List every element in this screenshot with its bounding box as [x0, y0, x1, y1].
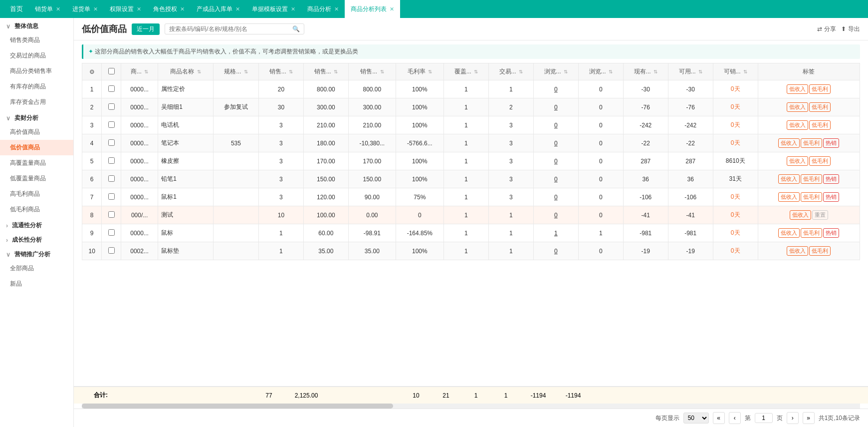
col10-link[interactable]: 0 [554, 212, 558, 219]
next-page-button[interactable]: › [787, 412, 799, 424]
collapse-growth-icon[interactable]: › [6, 237, 8, 244]
prev-page-button[interactable]: ‹ [729, 412, 741, 424]
row-checkbox[interactable] [108, 247, 115, 254]
col-coverage[interactable]: 覆盖... ⇅ [443, 63, 488, 80]
share-button[interactable]: ⇄ 分享 [817, 25, 836, 33]
cell-col10[interactable]: 0 [533, 242, 578, 260]
cell-col10[interactable]: 0 [533, 80, 578, 98]
sidebar-group-marketing[interactable]: ∨ 营销推广分析 [0, 246, 73, 261]
col10-link[interactable]: 0 [554, 158, 558, 165]
nav-product-in[interactable]: 产成品入库单 ✕ [191, 0, 246, 18]
nav-sales[interactable]: 销货单 ✕ [29, 0, 66, 18]
close-product-in[interactable]: ✕ [235, 6, 240, 12]
row-checkbox[interactable] [108, 175, 115, 182]
col10-link[interactable]: 0 [554, 86, 558, 93]
per-page-select[interactable]: 50 100 200 [683, 413, 709, 424]
cell-name[interactable]: 铅笔1 [158, 170, 214, 188]
first-page-button[interactable]: « [713, 412, 725, 424]
cell-checkbox[interactable] [102, 134, 121, 152]
col-sales3[interactable]: 销售... ⇅ [348, 63, 396, 80]
close-sales[interactable]: ✕ [56, 6, 60, 12]
sidebar-item-high-value[interactable]: 高价值商品 [0, 124, 73, 140]
row-checkbox[interactable] [108, 85, 115, 92]
cell-name[interactable]: 橡皮擦 [158, 152, 214, 170]
col-margin[interactable]: 毛利率 ⇅ [396, 63, 443, 80]
col10-link[interactable]: 0 [554, 176, 558, 183]
cell-name[interactable]: 电话机 [158, 116, 214, 134]
cell-col10[interactable]: 0 [533, 98, 578, 116]
cell-col10[interactable]: 1 [533, 224, 578, 242]
collapse-marketing-icon[interactable]: ∨ [6, 251, 10, 258]
nav-product-analysis-list[interactable]: 商品分析列表 ✕ [345, 0, 400, 18]
export-button[interactable]: ⬆ 导出 [841, 25, 860, 33]
collapse-flow-icon[interactable]: › [6, 222, 8, 229]
col-sales1[interactable]: 销售... ⇅ [258, 63, 303, 80]
cell-name[interactable]: 鼠标垫 [158, 242, 214, 260]
cell-name[interactable]: 测试 [158, 206, 214, 224]
search-input[interactable] [169, 25, 290, 32]
cell-checkbox[interactable] [102, 224, 121, 242]
search-box[interactable]: 🔍 [165, 23, 304, 34]
col10-link[interactable]: 1 [554, 230, 558, 237]
cell-col10[interactable]: 0 [533, 170, 578, 188]
col-saleable[interactable]: 可销... ⇅ [713, 63, 758, 80]
cell-checkbox[interactable] [102, 206, 121, 224]
col10-link[interactable]: 0 [554, 140, 558, 147]
cell-checkbox[interactable] [102, 188, 121, 206]
close-purchase[interactable]: ✕ [93, 6, 98, 12]
cell-checkbox[interactable] [102, 80, 121, 98]
sidebar-item-high-coverage[interactable]: 高覆盖量商品 [0, 155, 73, 171]
nav-product-analysis[interactable]: 商品分析 ✕ [301, 0, 345, 18]
cell-col10[interactable]: 0 [533, 134, 578, 152]
close-product-analysis-list[interactable]: ✕ [390, 6, 394, 12]
col-current[interactable]: 现有... ⇅ [623, 63, 668, 80]
cell-col10[interactable]: 0 [533, 116, 578, 134]
nav-template[interactable]: 单据模板设置 ✕ [246, 0, 301, 18]
cell-col10[interactable]: 0 [533, 188, 578, 206]
cell-name[interactable]: 笔记本 [158, 134, 214, 152]
cell-col10[interactable]: 0 [533, 152, 578, 170]
close-template[interactable]: ✕ [291, 6, 295, 12]
nav-role[interactable]: 角色授权 ✕ [147, 0, 191, 18]
sidebar-item-traded-goods[interactable]: 交易过的商品 [0, 48, 73, 63]
cell-checkbox[interactable] [102, 242, 121, 260]
row-checkbox[interactable] [108, 193, 115, 200]
row-checkbox[interactable] [108, 139, 115, 146]
page-number-input[interactable] [755, 413, 773, 423]
col-avail[interactable]: 可用... ⇅ [668, 63, 713, 80]
nav-purchase[interactable]: 进货单 ✕ [66, 0, 104, 18]
collapse-finance-icon[interactable]: ∨ [6, 115, 10, 122]
col-code[interactable]: 商... ⇅ [121, 63, 158, 80]
last-page-button[interactable]: » [803, 412, 815, 424]
close-permission[interactable]: ✕ [137, 6, 141, 12]
row-checkbox[interactable] [108, 211, 115, 218]
cell-checkbox[interactable] [102, 116, 121, 134]
sidebar-group-growth[interactable]: › 成长性分析 [0, 232, 73, 246]
col-name[interactable]: 商品名称 ⇅ [158, 63, 214, 80]
sidebar-item-low-value[interactable]: 低价值商品 [0, 140, 73, 155]
col-checkbox[interactable] [102, 63, 121, 80]
sidebar-item-new-goods[interactable]: 新品 [0, 276, 73, 292]
row-checkbox[interactable] [108, 103, 115, 110]
sidebar-item-low-coverage[interactable]: 低覆盖量商品 [0, 171, 73, 186]
col-trade[interactable]: 交易... ⇅ [488, 63, 533, 80]
col-view1[interactable]: 浏览... ⇅ [533, 63, 578, 80]
cell-checkbox[interactable] [102, 152, 121, 170]
nav-permission[interactable]: 权限设置 ✕ [104, 0, 147, 18]
sidebar-item-low-margin[interactable]: 低毛利商品 [0, 202, 73, 217]
sidebar-group-finance[interactable]: ∨ 卖财分析 [0, 110, 73, 124]
cell-name[interactable]: 鼠标 [158, 224, 214, 242]
close-role[interactable]: ✕ [180, 6, 185, 12]
nav-home[interactable]: 首页 [4, 0, 29, 18]
col-settings[interactable]: ⚙ [82, 63, 102, 80]
filter-recent-month-button[interactable]: 近一月 [132, 23, 160, 35]
cell-name[interactable]: 鼠标1 [158, 188, 214, 206]
col10-link[interactable]: 0 [554, 248, 558, 255]
col-sales2[interactable]: 销售... ⇅ [303, 63, 348, 80]
row-checkbox[interactable] [108, 229, 115, 236]
sidebar-item-high-margin[interactable]: 高毛利商品 [0, 186, 73, 202]
sidebar-group-overall[interactable]: ∨ 整体信息 [0, 18, 73, 32]
close-product-analysis[interactable]: ✕ [334, 6, 339, 12]
col10-link[interactable]: 0 [554, 194, 558, 201]
collapse-overall-icon[interactable]: ∨ [6, 23, 10, 30]
